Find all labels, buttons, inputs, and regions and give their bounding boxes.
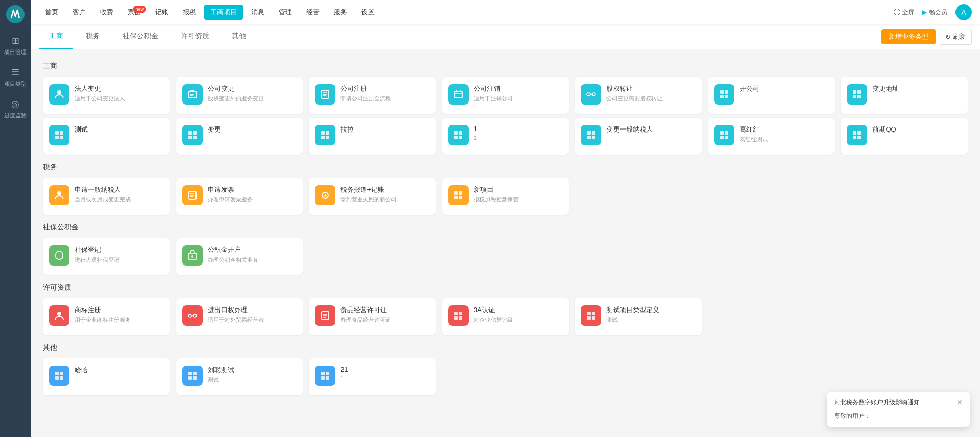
nav-customer[interactable]: 客户 [66, 5, 92, 20]
nav-home[interactable]: 首页 [39, 5, 64, 20]
tab-social-fund[interactable]: 社保公积金 [112, 24, 168, 49]
svg-rect-32 [592, 131, 595, 135]
sidebar-label-project-manage: 项目管理 [4, 48, 27, 56]
svg-point-1 [57, 90, 61, 94]
refresh-button[interactable]: ↻ 刷新 [940, 29, 972, 45]
refresh-icon: ↻ [945, 33, 951, 41]
card-change-taxpayer[interactable]: 变更一般纳税人 [575, 118, 702, 155]
nav-industrial[interactable]: 工商项目 [204, 5, 243, 20]
card-equity-transfer[interactable]: 股权转让 公司变更需要股权转让 [575, 77, 702, 114]
svg-rect-16 [60, 131, 63, 135]
svg-rect-9 [720, 95, 724, 98]
card-tax-bookkeeping[interactable]: 税务报道+记账 拿到营业执照的新公司 [309, 178, 436, 215]
card-company-change[interactable]: 公司变更 股权变更外的业务变更 [176, 77, 303, 114]
card-icon-change-address [847, 84, 867, 105]
card-desc-new-project: 报税加税控盘保管 [474, 196, 563, 203]
card-new-project[interactable]: 新项目 报税加税控盘保管 [442, 178, 569, 215]
nav-tax[interactable]: 报税 [177, 5, 202, 20]
svg-rect-65 [60, 372, 63, 375]
card-name-company-cancel: 公司注销 [474, 84, 563, 93]
card-qianqi-qq[interactable]: 前期QQ [841, 118, 968, 155]
nav-billing[interactable]: 收费 [94, 5, 119, 20]
card-social-register[interactable]: 社保登记 进行人员社保登记 [43, 238, 170, 275]
top-nav: 首页 客户 收费 票据 new 记账 报税 工商项目 消息 管理 经营 服务 设… [31, 0, 980, 24]
card-name-tax-bookkeeping: 税务报道+记账 [340, 185, 430, 194]
content: 工商 税务 社保公积金 许可资质 其他 新增业务类型 ↻ 刷新 工商 [31, 24, 980, 437]
nav-manage[interactable]: 管理 [273, 5, 298, 20]
svg-rect-36 [725, 131, 728, 135]
nav-operation[interactable]: 经营 [300, 5, 326, 20]
card-3a-cert[interactable]: 3A认证 对企业信誉评级 [442, 298, 569, 335]
grid-icon: ⊞ [9, 35, 21, 47]
card-desc-company-change: 股权变更外的业务变更 [208, 95, 297, 102]
nav-message[interactable]: 消息 [245, 5, 271, 20]
tab-license[interactable]: 许可资质 [170, 24, 219, 49]
topnav-right: ⛶ 全屏 ▶ 畅会员 A [894, 4, 972, 20]
card-lala[interactable]: 拉拉 [309, 118, 436, 155]
tab-industrial[interactable]: 工商 [39, 24, 74, 49]
cards-grid-tax: 申请一般纳税人 当月或次月成变更完成 申请发票 办理申请发票业务 [43, 178, 968, 215]
svg-rect-39 [853, 131, 856, 135]
sidebar-item-project-manage[interactable]: ⊞ 项目管理 [1, 31, 30, 60]
svg-rect-29 [454, 136, 458, 139]
vip-btn[interactable]: ▶ 畅会员 [922, 8, 947, 17]
card-change-address[interactable]: 变更地址 [841, 77, 968, 114]
card-import-export[interactable]: 进出口权办理 适用于对外贸易经营者 [176, 298, 303, 335]
card-fund-open[interactable]: 公积金开户 办理公积金相关业务 [176, 238, 303, 275]
nav-tickets[interactable]: 票据 new [121, 5, 147, 20]
sidebar-item-progress-monitor[interactable]: ◎ 进度监测 [1, 94, 30, 123]
card-trademark[interactable]: 商标注册 用于企业商标注册服务 [43, 298, 170, 335]
card-icon-tax-bookkeeping [315, 185, 335, 205]
svg-point-53 [188, 314, 191, 317]
card-num21[interactable]: 21 1 [309, 358, 436, 395]
card-icon-num21 [315, 366, 335, 386]
card-legal-change[interactable]: 法人变更 适用于公司变更法人 [43, 77, 170, 114]
card-desc-num1: 1 [474, 134, 563, 142]
card-liu-test[interactable]: 刘聪测试 测试 [176, 358, 303, 395]
svg-rect-41 [853, 136, 856, 139]
notification-header: 河北税务数字账户升级影响通知 ✕ [834, 398, 963, 407]
card-name-mahonghong: 葛红红 [740, 125, 829, 134]
card-name-num21: 21 [340, 366, 430, 373]
card-num1[interactable]: 1 1 [442, 118, 569, 155]
card-apply-taxpayer[interactable]: 申请一般纳税人 当月或次月成变更完成 [43, 178, 170, 215]
card-company-register[interactable]: 公司注册 申请公司注册全流程 [309, 77, 436, 114]
svg-rect-23 [321, 131, 325, 135]
card-mahonghong[interactable]: 葛红红 葛红红测试 [708, 118, 835, 155]
svg-rect-21 [188, 136, 192, 139]
svg-rect-49 [459, 196, 462, 199]
card-name-change1: 变更 [208, 125, 297, 134]
fullscreen-btn[interactable]: ⛶ 全屏 [894, 8, 914, 17]
card-test1[interactable]: 测试 [43, 118, 170, 155]
avatar[interactable]: A [955, 4, 972, 20]
svg-rect-25 [321, 136, 325, 139]
card-test-type-def[interactable]: 测试项目类型定义 测试 [575, 298, 702, 335]
card-name-liu-test: 刘聪测试 [208, 366, 297, 375]
card-haha[interactable]: 哈哈 [43, 358, 170, 395]
svg-rect-70 [188, 376, 192, 380]
cards-grid-industrial-1: 法人变更 适用于公司变更法人 公司变更 股权变更外的业务变更 [43, 77, 968, 114]
nav-accounting[interactable]: 记账 [149, 5, 175, 20]
card-icon-mahonghong [714, 125, 734, 145]
card-company-cancel[interactable]: 公司注销 适用于注销公司 [442, 77, 569, 114]
tab-other[interactable]: 其他 [222, 24, 256, 49]
nav-settings[interactable]: 设置 [355, 5, 381, 20]
card-desc-fund-open: 办理公积金相关业务 [208, 256, 297, 264]
card-name-legal-change: 法人变更 [75, 84, 164, 93]
notification-close-btn[interactable]: ✕ [957, 398, 963, 406]
card-apply-invoice[interactable]: 申请发票 办理申请发票业务 [176, 178, 303, 215]
sidebar-label-progress-monitor: 进度监测 [4, 112, 27, 119]
section-title-tax: 税务 [43, 163, 968, 172]
card-food-license[interactable]: 食品经营许可证 办理食品经营许可证 [309, 298, 436, 335]
cards-grid-industrial-2: 测试 变更 [43, 118, 968, 155]
new-type-button[interactable]: 新增业务类型 [881, 29, 936, 44]
card-open-company[interactable]: 开公司 [708, 77, 835, 114]
svg-rect-46 [454, 191, 458, 195]
svg-rect-37 [720, 136, 724, 139]
svg-rect-24 [326, 131, 329, 135]
card-change1[interactable]: 变更 [176, 118, 303, 155]
section-title-social: 社保公积金 [43, 223, 968, 232]
sidebar-item-project-type[interactable]: ☰ 项目类型 [1, 62, 30, 92]
nav-service[interactable]: 服务 [328, 5, 353, 20]
tab-tax[interactable]: 税务 [76, 24, 110, 49]
